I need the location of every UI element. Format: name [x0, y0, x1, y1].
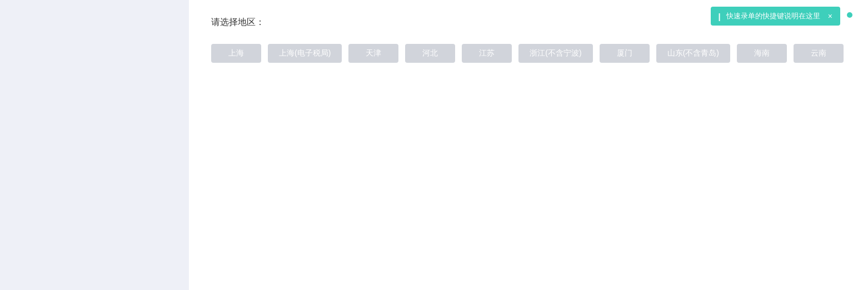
region-button[interactable]: 山东(不含青岛): [656, 44, 730, 63]
region-button[interactable]: 云南: [794, 44, 844, 63]
tooltip-dot: [847, 12, 852, 18]
region-button[interactable]: 厦门: [600, 44, 650, 63]
region-button[interactable]: 江苏: [462, 44, 512, 63]
tooltip-banner: 快速录单的快捷键说明在这里 ×: [711, 7, 840, 26]
region-button[interactable]: 上海: [211, 44, 261, 63]
region-button[interactable]: 上海(电子税局): [268, 44, 342, 63]
region-button[interactable]: 浙江(不含宁波): [518, 44, 592, 63]
region-button-group: 上海上海(电子税局)天津河北江苏浙江(不含宁波)厦门山东(不含青岛)海南云南: [211, 44, 846, 63]
region-button[interactable]: 海南: [737, 44, 787, 63]
tooltip-close-button[interactable]: ×: [828, 12, 832, 21]
tooltip-text: 快速录单的快捷键说明在这里: [726, 11, 820, 21]
sidebar: [0, 0, 189, 290]
region-button[interactable]: 河北: [405, 44, 455, 63]
region-button[interactable]: 天津: [348, 44, 398, 63]
main-content: 请选择地区： 上海上海(电子税局)天津河北江苏浙江(不含宁波)厦门山东(不含青岛…: [189, 0, 868, 290]
